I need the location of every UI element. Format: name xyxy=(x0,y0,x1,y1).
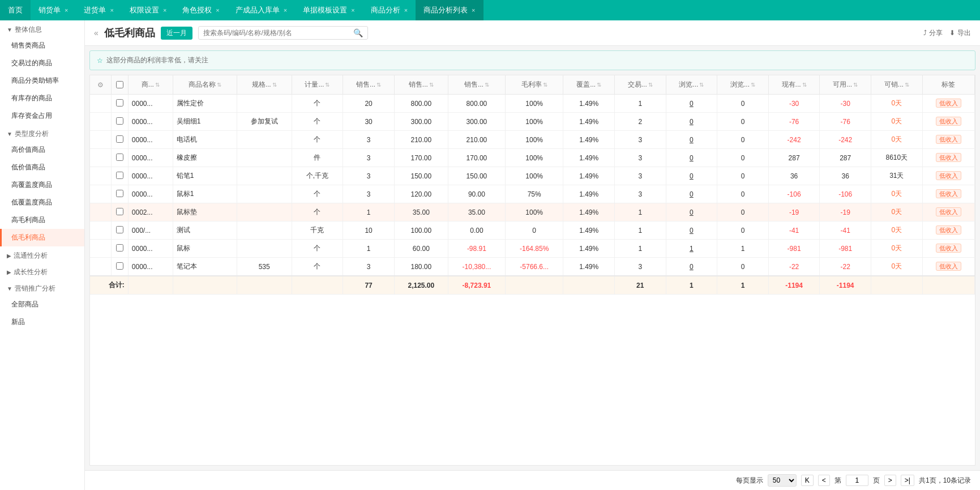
row-browse1[interactable]: 0 xyxy=(666,113,717,131)
sidebar-item-inventory-products[interactable]: 有库存的商品 xyxy=(0,90,84,107)
col-name[interactable]: 商品名称⇅ xyxy=(173,75,237,95)
row-checkbox[interactable] xyxy=(111,167,128,185)
row-name[interactable]: 电话机 xyxy=(173,131,237,149)
col-current-stock[interactable]: 现有...⇅ xyxy=(768,75,820,95)
col-spec[interactable]: 规格...⇅ xyxy=(237,75,292,95)
search-icon[interactable]: 🔍 xyxy=(353,28,363,37)
col-sales-amount[interactable]: 销售...⇅ xyxy=(448,75,505,95)
col-browse1[interactable]: 浏览...⇅ xyxy=(666,75,717,95)
col-code[interactable]: 商...⇅ xyxy=(128,75,173,95)
row-checkbox[interactable] xyxy=(111,221,128,240)
row-name[interactable]: 鼠标垫 xyxy=(173,203,237,221)
row-checkbox[interactable] xyxy=(111,258,128,276)
sidebar-item-category-rate[interactable]: 商品分类助销率 xyxy=(0,72,84,90)
row-name[interactable]: 鼠标 xyxy=(173,240,237,258)
search-input[interactable] xyxy=(203,29,353,37)
row-browse1[interactable]: 0 xyxy=(666,258,717,276)
sidebar-item-high-value[interactable]: 高价值商品 xyxy=(0,141,84,159)
row-name[interactable]: 笔记本 xyxy=(173,258,237,276)
sidebar-group-liquidity[interactable]: ▶ 流通性分析 xyxy=(0,246,84,263)
row-name[interactable]: 鼠标1 xyxy=(173,185,237,203)
col-unit[interactable]: 计量...⇅ xyxy=(292,75,343,95)
row-checkbox[interactable] xyxy=(111,95,128,113)
row-spec: 参加复试 xyxy=(237,113,292,131)
nav-home[interactable]: 首页 xyxy=(0,0,31,20)
last-page-button[interactable]: >| xyxy=(901,475,914,486)
export-button[interactable]: ⬇ 导出 xyxy=(949,28,971,38)
sidebar-item-high-margin[interactable]: 高毛利商品 xyxy=(0,211,84,229)
sort-coverage-icon: ⇅ xyxy=(597,82,601,88)
nav-close-sales-order[interactable]: × xyxy=(65,0,68,20)
share-button[interactable]: ⤴ 分享 xyxy=(923,28,943,38)
next-page-button[interactable]: > xyxy=(884,475,896,486)
row-checkbox[interactable] xyxy=(111,203,128,221)
row-browse1[interactable]: 0 xyxy=(666,131,717,149)
nav-product-analysis-list[interactable]: 商品分析列表 × xyxy=(416,0,483,20)
row-checkbox[interactable] xyxy=(111,131,128,149)
col-gross-margin[interactable]: 毛利率⇅ xyxy=(506,75,563,95)
row-browse1[interactable]: 0 xyxy=(666,185,717,203)
row-name[interactable]: 吴细细1 xyxy=(173,113,237,131)
row-browse1[interactable]: 0 xyxy=(666,221,717,240)
nav-product-analysis[interactable]: 商品分析 × xyxy=(363,0,416,20)
sidebar-item-sales-products[interactable]: 销售类商品 xyxy=(0,37,84,54)
sidebar-item-new-products[interactable]: 新品 xyxy=(0,313,84,331)
col-sales-price[interactable]: 销售...⇅ xyxy=(394,75,448,95)
sidebar-group-marketing[interactable]: ▼ 营销推广分析 xyxy=(0,279,84,296)
row-browse1[interactable]: 0 xyxy=(666,95,717,113)
nav-close-template[interactable]: × xyxy=(351,0,354,20)
row-name[interactable]: 橡皮擦 xyxy=(173,149,237,167)
per-page-select[interactable]: 50 20 100 xyxy=(768,474,797,487)
sidebar-group-type-analysis[interactable]: ▼ 类型度分析 xyxy=(0,125,84,141)
col-trade[interactable]: 交易...⇅ xyxy=(614,75,666,95)
nav-product-instock[interactable]: 产成品入库单 × xyxy=(228,0,295,20)
nav-close-permission[interactable]: × xyxy=(163,0,166,20)
row-name[interactable]: 测试 xyxy=(173,221,237,240)
prev-page-button[interactable]: < xyxy=(818,475,830,486)
sidebar-item-low-value[interactable]: 低价值商品 xyxy=(0,159,84,176)
row-checkbox[interactable] xyxy=(111,240,128,258)
nav-permission-settings[interactable]: 权限设置 × xyxy=(122,0,174,20)
sidebar-item-low-coverage[interactable]: 低覆盖度商品 xyxy=(0,194,84,211)
row-browse1[interactable]: 0 xyxy=(666,203,717,221)
col-sellable[interactable]: 可销...⇅ xyxy=(871,75,923,95)
page-input[interactable] xyxy=(846,475,868,486)
row-checkbox[interactable] xyxy=(111,113,128,131)
nav-close-product-instock[interactable]: × xyxy=(284,0,287,20)
nav-close-purchase-order[interactable]: × xyxy=(110,0,113,20)
sidebar-item-low-margin[interactable]: 低毛利商品 xyxy=(0,229,84,246)
sidebar-collapse-btn[interactable]: « xyxy=(94,28,99,37)
nav-sales-order[interactable]: 销货单 × xyxy=(31,0,76,20)
row-gross-margin: 100% xyxy=(506,113,563,131)
col-available[interactable]: 可用...⇅ xyxy=(820,75,871,95)
time-filter-button[interactable]: 近一月 xyxy=(161,27,192,40)
row-settings xyxy=(90,203,111,221)
sidebar-group-overall[interactable]: ▼ 整体信息 xyxy=(0,20,84,37)
first-page-button[interactable]: K xyxy=(801,475,814,486)
row-browse1[interactable]: 0 xyxy=(666,167,717,185)
sidebar-item-all-products[interactable]: 全部商品 xyxy=(0,296,84,313)
col-coverage[interactable]: 覆盖...⇅ xyxy=(563,75,615,95)
nav-role-auth[interactable]: 角色授权 × xyxy=(174,0,227,20)
sidebar-item-traded-products[interactable]: 交易过的商品 xyxy=(0,54,84,72)
row-checkbox[interactable] xyxy=(111,185,128,203)
row-browse1[interactable]: 1 xyxy=(666,240,717,258)
row-name[interactable]: 铅笔1 xyxy=(173,167,237,185)
nav-close-role-auth[interactable]: × xyxy=(216,0,219,20)
sidebar-item-high-coverage[interactable]: 高覆盖度商品 xyxy=(0,176,84,194)
row-name[interactable]: 属性定价 xyxy=(173,95,237,113)
col-browse2[interactable]: 浏览...⇅ xyxy=(717,75,769,95)
sidebar-group-growth[interactable]: ▶ 成长性分析 xyxy=(0,263,84,279)
sidebar-item-inventory-capital[interactable]: 库存资金占用 xyxy=(0,107,84,125)
row-checkbox[interactable] xyxy=(111,149,128,167)
nav-template-settings[interactable]: 单据模板设置 × xyxy=(295,0,362,20)
nav-close-analysis[interactable]: × xyxy=(404,0,408,20)
row-current-stock: -981 xyxy=(768,240,820,258)
row-browse1[interactable]: 0 xyxy=(666,149,717,167)
nav-purchase-order[interactable]: 进货单 × xyxy=(76,0,121,20)
col-settings[interactable]: ⚙ xyxy=(90,75,111,95)
select-all-checkbox[interactable] xyxy=(116,81,123,88)
nav-close-analysis-list[interactable]: × xyxy=(472,0,475,20)
settings-icon[interactable]: ⚙ xyxy=(97,81,104,89)
col-sales-count[interactable]: 销售...⇅ xyxy=(343,75,395,95)
